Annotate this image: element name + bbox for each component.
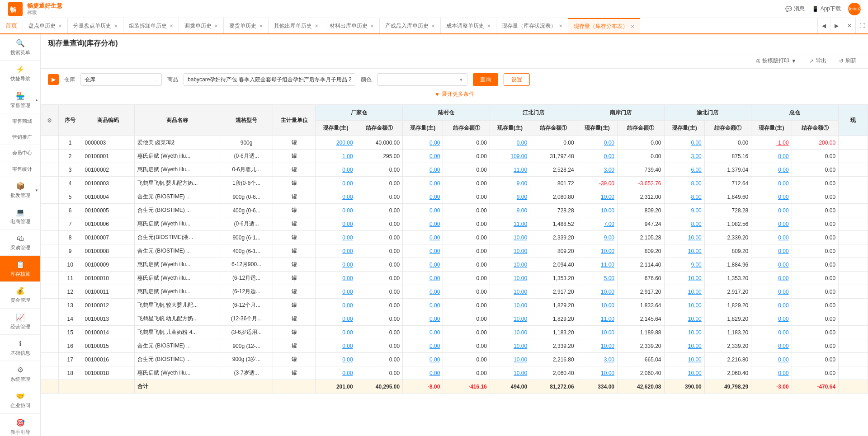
filter-collapse-btn[interactable]: ▶ [48,74,59,85]
sidebar-item-inventory[interactable]: 📋 库存核算 [0,256,40,282]
sidebar-item-ecommerce[interactable]: 💻 电商管理 [0,203,40,230]
export-icon: ↗ [809,58,814,64]
cell-name: 合生元 (BIOSTIME) ... [135,353,220,366]
sidebar-item-member[interactable]: 会员中心 [0,145,40,161]
sidebar-item-retail-store[interactable]: 零售商城 [0,113,40,129]
cell-settings [41,136,59,150]
cell-code: 00100008 [82,244,134,258]
cell-name: 惠氏启赋 (Wyeth illu... [135,285,220,299]
table-footer-row: 合计 201.00 40,295.00 -8.00 -416.16 494.00… [41,380,868,394]
goods-input[interactable] [184,73,355,86]
cell-total-stock: 0.00 [751,217,792,231]
sidebar-item-finance[interactable]: 💰 资金管理 [0,282,40,308]
tab-stock-status[interactable]: 现存量（库存状况表） ✕ [496,18,568,33]
tab-inventory-count[interactable]: 盘点单历史 ✕ [23,18,68,33]
tab-close-all-btn[interactable]: ✕ [843,18,855,34]
tab-other-out[interactable]: 其他出库单历史 ✕ [269,18,324,33]
cell-factory-stock: 0.00 [316,312,356,326]
sidebar-item-enterprise[interactable]: 🤝 企业协同 [0,387,40,413]
color-select[interactable]: ▼ [377,73,467,86]
cell-unit: 罐 [273,366,315,380]
tab-close-requisition[interactable]: ✕ [259,23,263,28]
expand-conditions-btn[interactable]: ▼ 展开更多条件 [434,90,474,98]
cell-lucun-amount: 0.00 [443,326,490,339]
sidebar-item-basic[interactable]: ℹ 基础信息 [0,335,40,361]
cell-jiangbei-stock: 11.00 [490,163,530,177]
sidebar-item-marketing[interactable]: 营销推广 [0,129,40,145]
cell-yubei-amount: 1,849.60 [704,190,751,204]
tab-assembly[interactable]: 组装拆卸单历史 ✕ [123,18,179,33]
tab-close-stock-dist[interactable]: ✕ [631,24,634,29]
sidebar-item-quick-nav[interactable]: ⚡ 快捷导航 [0,61,40,87]
tab-allocation[interactable]: 调拨单历史 ✕ [179,18,224,33]
tab-next-btn[interactable]: ▶ [830,18,843,34]
cell-nanan-stock: 10.00 [577,190,617,204]
sidebar-item-system[interactable]: ⚙ 系统管理 [0,361,40,387]
cell-current [839,231,868,244]
cell-total-amount: 0.00 [792,244,839,258]
cell-jiangbei-amount: 1,829.20 [530,299,577,312]
sidebar-item-newbie[interactable]: 🎯 新手引导 [0,414,40,436]
tab-prev-btn[interactable]: ◀ [817,18,830,34]
cell-spec: 1段(0-6个... [220,177,273,190]
cell-nanan-stock: 9.00 [577,231,617,244]
cell-jiangbei-stock: 10.00 [490,312,530,326]
cell-jiangbei-stock: 10.00 [490,231,530,244]
cell-yubei-amount: 712.64 [704,177,751,190]
cell-yubei-amount: 1,082.56 [704,217,751,231]
tab-expand-btn[interactable]: ⛶ [855,18,868,34]
tab-material-out[interactable]: 材料出库单历史 ✕ [324,18,380,33]
sidebar-item-wholesale[interactable]: 📦 批发管理 ▼ [0,177,40,203]
page-header: 现存量查询(库存分布) [41,34,868,53]
user-avatar-btn[interactable]: demo2 [848,3,861,15]
tab-close-assembly[interactable]: ✕ [170,23,173,28]
cell-jiangbei-stock: 9.00 [490,190,530,204]
tab-product-in[interactable]: 产成品入库单历史 ✕ [380,18,441,33]
messages-btn[interactable]: 💬 消息 [785,5,805,13]
finance-icon: 💰 [16,286,25,295]
cell-jiangbei-amount: 2,917.20 [530,285,577,299]
sidebar-item-retail-stats[interactable]: 零售统计 [0,161,40,177]
th-settings[interactable]: ⚙ [41,105,59,136]
query-btn[interactable]: 查询 [473,73,498,86]
tab-close-stock-status[interactable]: ✕ [559,23,562,28]
cell-lucun-amount: 0.00 [443,299,490,312]
tab-close-inventory-count[interactable]: ✕ [58,23,62,28]
cell-spec: (3-7岁适... [220,366,273,380]
cell-nanan-stock: 11.00 [577,258,617,272]
settings-btn[interactable]: 设置 [504,73,530,86]
tab-close-cost-adjust[interactable]: ✕ [487,23,491,28]
cell-current [839,244,868,258]
cell-yubei-amount: 2,339.20 [704,231,751,244]
sidebar-item-search[interactable]: 🔍 搜索英单 [0,34,40,61]
refresh-btn[interactable]: ↺ 刷新 [835,55,861,66]
tab-stock-dist[interactable]: 现存量（库存分布表） ✕ [568,18,640,33]
cell-spec: 900g (6-1... [220,231,273,244]
tab-close-product-in[interactable]: ✕ [431,23,435,28]
column-settings-icon[interactable]: ⚙ [47,117,52,124]
export-btn[interactable]: ↗ 导出 [805,55,831,66]
table-row: 6 00100005 合生元 (BIOSTIME) ... 400g (0-6.… [41,204,868,217]
tab-cost-adjust[interactable]: 成本调整单历史 ✕ [441,18,496,33]
tab-home[interactable]: 首页 [0,18,23,33]
sidebar-item-purchase[interactable]: 🛍 采购管理 [0,230,40,256]
sidebar-item-retail-manage[interactable]: 🏪 零售管理 ▲ [0,87,40,113]
footer-factory-amount: 40,295.00 [356,380,403,394]
tab-close-sub-inventory-count[interactable]: ✕ [114,23,118,28]
tab-sub-inventory-count[interactable]: 分量盘点单历史 ✕ [68,18,123,33]
app-download-btn[interactable]: 📱 App下载 [812,5,841,13]
tab-close-other-out[interactable]: ✕ [315,23,318,28]
tab-close-material-out[interactable]: ✕ [370,23,374,28]
cell-yubei-amount: 0.00 [704,136,751,150]
cell-unit: 罐 [273,217,315,231]
tab-requisition[interactable]: 要货单历史 ✕ [224,18,269,33]
cell-factory-amount: 40,000.00 [356,136,403,150]
warehouse-select[interactable]: 仓库 ... [80,73,162,86]
cell-spec: (6-12月适... [220,272,273,285]
print-btn[interactable]: 🖨 按模版打印 ▼ [750,55,801,66]
filter-row-1: ▶ 仓库 仓库 ... 商品 颜色 ▼ 查询 设置 [48,73,861,86]
sidebar-item-operation[interactable]: 📈 经营管理 [0,309,40,335]
refresh-icon: ↺ [839,58,844,64]
cell-nanan-stock: 10.00 [577,285,617,299]
tab-close-allocation[interactable]: ✕ [214,23,218,28]
